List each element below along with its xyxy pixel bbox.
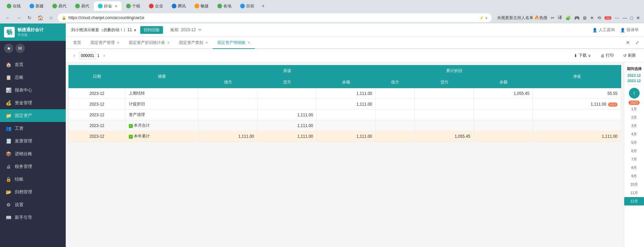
cell-summary: 资产清理 xyxy=(125,110,199,120)
sidebar-item-archive[interactable]: 📂 归档管理 xyxy=(0,186,66,198)
grid-btn[interactable]: ⊞ xyxy=(583,15,587,20)
browser-tab-close-4[interactable]: ✕ xyxy=(115,4,117,8)
period-month-6[interactable]: 6月 xyxy=(624,147,644,155)
sidebar-item-fixed-assets[interactable]: 📁 固定资产 xyxy=(0,109,66,122)
year-badge: 2023 xyxy=(608,103,618,107)
forward-button[interactable]: → xyxy=(15,14,23,22)
period-edit-icon[interactable]: ✏ xyxy=(198,27,202,32)
period-month-9[interactable]: 9月 xyxy=(624,172,644,180)
cell-acc-balance: 1,055.45 xyxy=(474,88,533,99)
pager-prev[interactable]: ‹ xyxy=(71,52,78,59)
period-month-11[interactable]: 11月 xyxy=(624,189,644,197)
sidebar-item-invoice[interactable]: 🧾 发票管理 xyxy=(0,135,66,147)
back-button[interactable]: ← xyxy=(4,14,12,22)
cell-orig-debit xyxy=(199,88,258,99)
sidebar-item-payroll[interactable]: 👥 工资 xyxy=(0,122,66,135)
period-month-7[interactable]: 7月 xyxy=(624,155,644,164)
cell-net-value xyxy=(533,120,621,131)
pager-next[interactable]: › xyxy=(101,52,108,59)
badge-count: 11 xyxy=(604,16,611,20)
sidebar-item-funds[interactable]: 💰 资金管理 xyxy=(0,97,66,109)
th-acc-debit: 借方 xyxy=(376,77,415,88)
table-row-subtotal: 2023-12 +本月合计 1,111.00 xyxy=(69,120,621,131)
translate-btn[interactable]: 译 xyxy=(558,15,562,21)
sidebar-title: 畅捷通好会计 xyxy=(17,27,44,33)
game-btn[interactable]: 🎮 xyxy=(574,15,580,20)
page-tab-depreciation[interactable]: 固定资产折旧统计表 ✕ xyxy=(124,37,174,49)
page-tab-asset-mgmt[interactable]: 固定资产管理 ✕ xyxy=(86,37,124,49)
account-select[interactable]: 刘小艳演示账套（勿删勿动！）11 ▼ xyxy=(71,27,137,33)
th-accumulated: 累计折旧 xyxy=(376,65,533,77)
browser-chrome: 在线 新建 易代 易代 好会 ✕ 个税 企业 腾讯 xyxy=(0,0,644,23)
archive-icon: 📂 xyxy=(5,189,11,195)
menu-btn[interactable]: ⋯ xyxy=(615,15,619,20)
scissors-btn[interactable]: ✂ xyxy=(551,15,554,20)
browser-tab-5[interactable]: 个税 xyxy=(122,1,144,11)
invoice-icon: 🧾 xyxy=(5,138,11,144)
table-row: 2023-12 计提折旧 1,111.00 1,111.00 2023 xyxy=(69,99,621,110)
sidebar-item-home[interactable]: 🏠 首页 xyxy=(0,58,66,71)
new-tab-button[interactable]: + xyxy=(259,2,267,10)
address-input[interactable]: 🔒 https://cloud.chanjet.com/accounting/u… xyxy=(58,13,492,22)
browser-tab-4[interactable]: 好会 ✕ xyxy=(94,1,121,11)
page-tab-close-2[interactable]: ✕ xyxy=(167,41,170,45)
browser-tab-2[interactable]: 易代 xyxy=(48,1,70,11)
sidebar-item-purchase-sales[interactable]: 📦 进销台账 xyxy=(0,147,66,160)
funds-icon: 💰 xyxy=(5,100,11,106)
fixed-assets-icon: 📁 xyxy=(5,113,11,119)
cell-net-value: 1,111.00 xyxy=(533,131,621,142)
switch-version-btn[interactable]: 切到旧版 xyxy=(140,26,163,34)
browser-tab-3[interactable]: 易代 xyxy=(71,1,93,11)
period-month-2[interactable]: 2月 xyxy=(624,113,644,122)
browser-tab-10[interactable]: 目前 xyxy=(236,1,258,11)
expand-icon[interactable]: ⤢ xyxy=(633,39,641,47)
period-month-4[interactable]: 4月 xyxy=(624,130,644,138)
sidebar-item-closing[interactable]: 🔒 结账 xyxy=(0,173,66,186)
sidebar-item-tax[interactable]: 🖨 税务管理 xyxy=(0,160,66,173)
browser-tab-1[interactable]: 新建 xyxy=(25,1,48,11)
sidebar-item-reports[interactable]: 📊 报表中心 xyxy=(0,84,66,97)
page-tab-detail-ledger[interactable]: 固定资产明细账 ✕ xyxy=(213,37,255,49)
collapse-icon[interactable]: ✕ xyxy=(624,39,632,47)
page-tab-category[interactable]: 固定资产类别 ✕ xyxy=(174,37,213,49)
minimize-btn[interactable]: — xyxy=(623,15,627,20)
page-tab-close-3[interactable]: ✕ xyxy=(205,41,208,45)
sidebar-item-guide[interactable]: 📖 新手引导 xyxy=(0,211,66,224)
cell-net-value xyxy=(533,110,621,120)
page-tab-close-1[interactable]: ✕ xyxy=(117,41,119,45)
cell-acc-debit xyxy=(376,110,415,120)
pager-code-input[interactable] xyxy=(79,52,96,59)
maximize-btn[interactable]: □ xyxy=(630,15,633,20)
period-month-12[interactable]: 12月 xyxy=(624,197,644,205)
period-month-10[interactable]: 10月 xyxy=(624,180,644,189)
reload-button[interactable]: ↻ xyxy=(25,14,34,22)
browser-tab-6[interactable]: 企业 xyxy=(145,1,167,11)
sidebar-item-general-ledger[interactable]: 📋 总账 xyxy=(0,71,66,84)
period-month-5[interactable]: 5月 xyxy=(624,138,644,147)
bookmark-button[interactable]: ☆ xyxy=(47,14,55,22)
browser-tab-0[interactable]: 在线 xyxy=(3,1,25,11)
download-btn[interactable]: ⬇ 下载 ∨ xyxy=(571,52,594,59)
sun-btn[interactable]: ☀ xyxy=(590,15,594,20)
sidebar-item-settings[interactable]: ⚙ 设置 xyxy=(0,198,66,211)
browser-tab-9[interactable]: 各地 xyxy=(213,1,235,11)
period-panel: 期间选择 2023.12 2023.12 ↑ 2023 1月 2月 3月 4月 … xyxy=(624,62,644,247)
period-month-1[interactable]: 1月 xyxy=(624,105,644,113)
page-tab-close-4[interactable]: ✕ xyxy=(248,41,250,45)
history-btn[interactable]: ⟲ xyxy=(597,15,601,20)
period-up-btn[interactable]: ↑ xyxy=(629,88,640,99)
period-month-3[interactable]: 3月 xyxy=(624,122,644,130)
page-tab-home[interactable]: 首页 xyxy=(68,37,86,49)
help-btn[interactable]: 👤 人工咨询 xyxy=(592,27,615,33)
browser-tab-8[interactable]: 畅捷 xyxy=(191,1,213,11)
refresh-btn[interactable]: ↺ 刷新 xyxy=(621,52,639,59)
period-month-8[interactable]: 8月 xyxy=(624,164,644,172)
user-profile-btn[interactable]: 👤 徐译华 xyxy=(620,27,639,33)
browser-tab-7[interactable]: 腾讯 xyxy=(168,1,190,11)
extension-btn[interactable]: 🧩 xyxy=(566,15,571,20)
home-button[interactable]: 🏠 xyxy=(36,14,44,22)
close-btn[interactable]: ✕ xyxy=(636,15,640,20)
sidebar-extra-msg[interactable]: ✉ xyxy=(15,44,25,53)
sidebar-extra-star[interactable]: ★ xyxy=(4,44,13,53)
print-btn[interactable]: 🖨 打印 xyxy=(598,52,616,59)
